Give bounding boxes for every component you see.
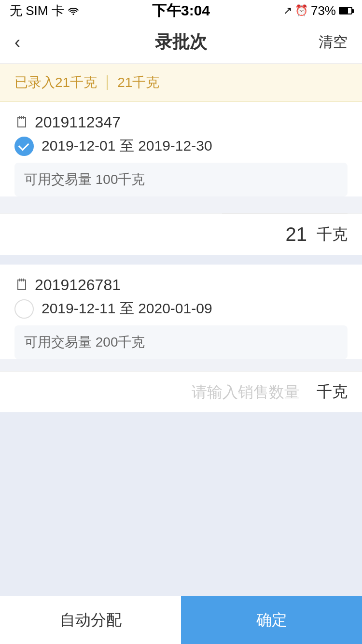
battery-icon	[339, 7, 352, 14]
back-button[interactable]: ‹	[14, 32, 43, 53]
status-left: 无 SIM 卡	[10, 2, 79, 19]
page-title: 录批次	[155, 30, 207, 54]
batch-date-1: 2019-12-01 至 2019-12-30	[42, 136, 212, 156]
input-row-2: 千克	[0, 371, 362, 412]
status-right: ↗ ⏰ 73%	[283, 3, 352, 18]
batch-avail-1: 可用交易量 100千克	[14, 163, 348, 196]
amount-row-1: 21 千克	[0, 213, 362, 255]
batch-avail-2: 可用交易量 200千克	[14, 325, 348, 359]
alarm-icon: ⏰	[295, 4, 308, 17]
batch-id-1: 2019112347	[35, 113, 121, 131]
carrier-label: 无 SIM 卡	[10, 2, 64, 19]
section-separator	[0, 255, 362, 265]
amount-unit-1: 千克	[317, 224, 348, 245]
clear-button[interactable]: 清空	[319, 32, 348, 52]
battery-label: 73%	[311, 3, 336, 18]
batch-date-2: 2019-12-11 至 2020-01-09	[42, 299, 212, 319]
quantity-input[interactable]	[162, 383, 307, 401]
batch-header-1: 🗒 2019112347	[0, 102, 362, 136]
batch-card-2: 🗒 2019126781 2019-12-11 至 2020-01-09 可用交…	[0, 265, 362, 359]
batch-header-2: 🗒 2019126781	[0, 265, 362, 299]
batch-radio-2[interactable]	[14, 299, 34, 319]
status-time: 下午3:04	[152, 1, 210, 21]
amount-underline-1	[0, 208, 362, 213]
wifi-icon	[68, 3, 79, 18]
batch-id-2: 2019126781	[35, 276, 121, 294]
batch-date-row-2: 2019-12-11 至 2020-01-09	[0, 299, 362, 325]
batch-card-1: 🗒 2019112347 2019-12-01 至 2019-12-30 可用交…	[0, 102, 362, 196]
banner-divider	[107, 75, 108, 90]
batch-radio-1[interactable]	[14, 137, 34, 156]
recorded-amount-label: 已录入21千克	[14, 73, 97, 92]
info-banner: 已录入21千克 21千克	[0, 64, 362, 102]
status-bar: 无 SIM 卡 下午3:04 ↗ ⏰ 73%	[0, 0, 362, 21]
batch-amount-1: 21	[286, 224, 307, 245]
input-unit-2: 千克	[317, 381, 348, 403]
doc-icon-2: 🗒	[14, 276, 30, 294]
confirm-button[interactable]: 确定	[181, 596, 362, 644]
recorded-amount-value: 21千克	[117, 73, 159, 92]
location-icon: ↗	[283, 4, 292, 17]
nav-bar: ‹ 录批次 清空	[0, 21, 362, 64]
bottom-bar: 自动分配 确定	[0, 596, 362, 644]
auto-distribute-button[interactable]: 自动分配	[0, 596, 181, 644]
batch-date-row-1: 2019-12-01 至 2019-12-30	[0, 136, 362, 163]
doc-icon-1: 🗒	[14, 113, 30, 131]
